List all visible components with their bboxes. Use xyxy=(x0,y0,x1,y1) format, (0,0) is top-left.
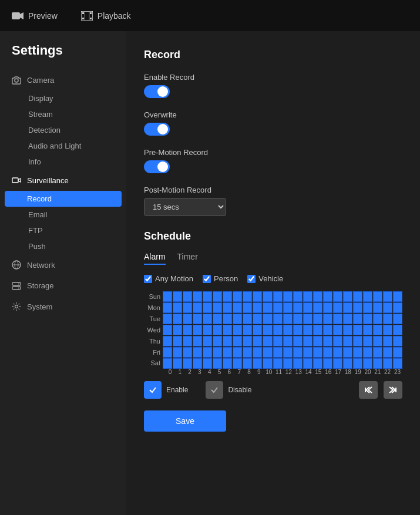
cell-wed-1[interactable] xyxy=(173,325,182,335)
overwrite-toggle[interactable] xyxy=(144,123,170,136)
cell-thu-23[interactable] xyxy=(393,336,402,346)
cell-thu-16[interactable] xyxy=(323,336,332,346)
cell-mon-3[interactable] xyxy=(193,302,202,313)
cell-fri-17[interactable] xyxy=(333,347,342,358)
cell-mon-15[interactable] xyxy=(313,302,322,313)
grid-row-sun[interactable] xyxy=(163,291,402,302)
cell-tue-2[interactable] xyxy=(183,314,192,324)
cell-tue-19[interactable] xyxy=(353,314,362,324)
cell-fri-3[interactable] xyxy=(193,347,202,358)
cell-thu-22[interactable] xyxy=(383,336,392,346)
cell-tue-22[interactable] xyxy=(383,314,392,324)
sidebar-sub-audio-light[interactable]: Audio and Light xyxy=(0,138,126,154)
cell-fri-0[interactable] xyxy=(163,347,172,358)
cell-wed-5[interactable] xyxy=(213,325,222,335)
sidebar-sub-display[interactable]: Display xyxy=(0,90,126,106)
any-motion-check[interactable]: Any Motion xyxy=(144,274,193,283)
cell-wed-9[interactable] xyxy=(253,325,262,335)
cell-tue-11[interactable] xyxy=(273,314,283,324)
cell-wed-11[interactable] xyxy=(273,325,283,335)
cell-fri-4[interactable] xyxy=(203,347,212,358)
grid-cells[interactable] xyxy=(163,291,402,369)
cell-tue-1[interactable] xyxy=(173,314,182,324)
cell-tue-17[interactable] xyxy=(333,314,342,324)
cell-fri-18[interactable] xyxy=(343,347,352,358)
cell-sat-2[interactable] xyxy=(183,358,192,369)
cell-sat-3[interactable] xyxy=(193,358,202,369)
cell-mon-11[interactable] xyxy=(273,302,283,313)
cell-wed-19[interactable] xyxy=(353,325,362,335)
cell-wed-17[interactable] xyxy=(333,325,342,335)
cell-mon-17[interactable] xyxy=(333,302,342,313)
cell-sun-18[interactable] xyxy=(343,291,352,302)
cell-thu-7[interactable] xyxy=(233,336,242,346)
cell-mon-2[interactable] xyxy=(183,302,192,313)
cell-sun-22[interactable] xyxy=(383,291,392,302)
cell-tue-12[interactable] xyxy=(283,314,293,324)
cell-sun-10[interactable] xyxy=(263,291,272,302)
preview-nav[interactable]: Preview xyxy=(12,11,58,21)
cell-sat-8[interactable] xyxy=(243,358,252,369)
cell-sun-14[interactable] xyxy=(303,291,313,302)
cell-wed-15[interactable] xyxy=(313,325,322,335)
cell-tue-9[interactable] xyxy=(253,314,262,324)
tab-timer[interactable]: Timer xyxy=(177,252,198,265)
cell-mon-10[interactable] xyxy=(263,302,272,313)
cell-mon-8[interactable] xyxy=(243,302,252,313)
cell-tue-13[interactable] xyxy=(293,314,303,324)
cell-fri-8[interactable] xyxy=(243,347,252,358)
cell-fri-16[interactable] xyxy=(323,347,332,358)
cell-mon-16[interactable] xyxy=(323,302,332,313)
cell-sat-18[interactable] xyxy=(343,358,352,369)
cell-sat-7[interactable] xyxy=(233,358,242,369)
cell-wed-12[interactable] xyxy=(283,325,293,335)
grid-row-sat[interactable] xyxy=(163,358,402,369)
grid-row-tue[interactable] xyxy=(163,314,402,324)
sidebar-sub-detection[interactable]: Detection xyxy=(0,122,126,138)
cell-thu-9[interactable] xyxy=(253,336,262,346)
prev-arrow-btn[interactable] xyxy=(359,381,378,399)
cell-tue-8[interactable] xyxy=(243,314,252,324)
cell-thu-13[interactable] xyxy=(293,336,303,346)
cell-sat-15[interactable] xyxy=(313,358,322,369)
cell-sun-2[interactable] xyxy=(183,291,192,302)
cell-thu-4[interactable] xyxy=(203,336,212,346)
disable-icon-btn[interactable] xyxy=(206,381,223,399)
cell-thu-18[interactable] xyxy=(343,336,352,346)
cell-sun-13[interactable] xyxy=(293,291,303,302)
cell-wed-20[interactable] xyxy=(363,325,372,335)
cell-wed-4[interactable] xyxy=(203,325,212,335)
cell-tue-4[interactable] xyxy=(203,314,212,324)
cell-tue-0[interactable] xyxy=(163,314,172,324)
cell-thu-21[interactable] xyxy=(373,336,382,346)
cell-sat-1[interactable] xyxy=(173,358,182,369)
cell-fri-11[interactable] xyxy=(273,347,283,358)
cell-sat-14[interactable] xyxy=(303,358,313,369)
cell-sun-9[interactable] xyxy=(253,291,262,302)
cell-sat-16[interactable] xyxy=(323,358,332,369)
cell-sun-7[interactable] xyxy=(233,291,242,302)
cell-wed-7[interactable] xyxy=(233,325,242,335)
sidebar-sub-push[interactable]: Push xyxy=(0,238,126,254)
cell-fri-21[interactable] xyxy=(373,347,382,358)
cell-sun-8[interactable] xyxy=(243,291,252,302)
cell-thu-5[interactable] xyxy=(213,336,222,346)
sidebar-sub-email[interactable]: Email xyxy=(0,207,126,223)
cell-thu-0[interactable] xyxy=(163,336,172,346)
cell-mon-19[interactable] xyxy=(353,302,362,313)
tab-alarm[interactable]: Alarm xyxy=(144,252,166,265)
cell-mon-21[interactable] xyxy=(373,302,382,313)
cell-sun-3[interactable] xyxy=(193,291,202,302)
cell-thu-10[interactable] xyxy=(263,336,272,346)
cell-thu-14[interactable] xyxy=(303,336,313,346)
cell-sun-0[interactable] xyxy=(163,291,172,302)
cell-sat-22[interactable] xyxy=(383,358,392,369)
playback-nav[interactable]: Playback xyxy=(81,11,131,21)
vehicle-check[interactable]: Vehicle xyxy=(247,274,283,283)
cell-sun-16[interactable] xyxy=(323,291,332,302)
cell-sat-20[interactable] xyxy=(363,358,372,369)
cell-wed-23[interactable] xyxy=(393,325,402,335)
cell-wed-14[interactable] xyxy=(303,325,313,335)
cell-mon-22[interactable] xyxy=(383,302,392,313)
sidebar-sub-info[interactable]: Info xyxy=(0,154,126,170)
